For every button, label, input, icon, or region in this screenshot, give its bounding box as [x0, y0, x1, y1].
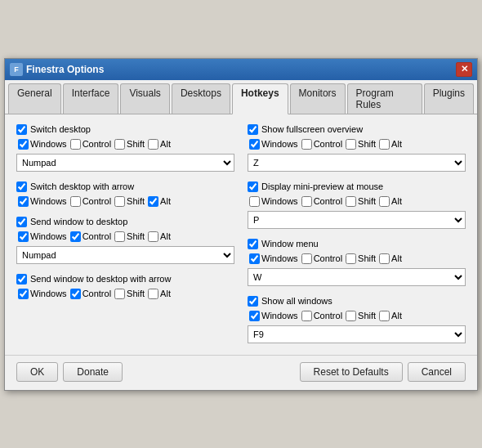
- show-all-shift[interactable]: [346, 311, 356, 321]
- group-title-show-all: Show all windows: [248, 296, 466, 307]
- left-column: Switch desktop Windows Control: [16, 124, 234, 343]
- switch-arrow-enabled[interactable]: [16, 181, 27, 192]
- cancel-button[interactable]: Cancel: [408, 362, 466, 382]
- send-arrow-windows[interactable]: [18, 289, 29, 299]
- send-arrow-alt[interactable]: [148, 289, 158, 299]
- tab-hotkeys[interactable]: Hotkeys: [232, 83, 288, 114]
- window-menu-windows[interactable]: [249, 253, 260, 264]
- fullscreen-enabled[interactable]: [248, 124, 258, 135]
- mini-preview-alt[interactable]: [379, 196, 390, 207]
- right-column: Show fullscreen overview Windows Control: [248, 124, 466, 343]
- window-menu-modifiers: Windows Control Shift Alt: [249, 253, 466, 264]
- send-arrow-control[interactable]: [70, 289, 81, 299]
- group-title-mini-preview: Display mini-preview at mouse: [248, 181, 466, 192]
- show-all-windows[interactable]: [249, 311, 260, 321]
- send-window-alt[interactable]: [148, 231, 158, 242]
- window-title: Finestra Options: [26, 64, 104, 75]
- mini-preview-shift[interactable]: [346, 196, 356, 207]
- tab-visuals[interactable]: Visuals: [120, 83, 169, 114]
- fullscreen-key[interactable]: Z: [248, 154, 466, 172]
- window-menu-alt[interactable]: [379, 253, 390, 264]
- group-show-fullscreen: Show fullscreen overview Windows Control: [248, 124, 466, 172]
- mini-preview-enabled[interactable]: [248, 181, 258, 192]
- fullscreen-alt[interactable]: [379, 139, 390, 150]
- ok-button[interactable]: OK: [16, 362, 58, 382]
- switch-desktop-modifiers: Windows Control Shift Alt: [18, 139, 234, 150]
- fullscreen-label: Show fullscreen overview: [261, 124, 363, 134]
- group-send-window: Send window to desktop Windows Control: [16, 217, 234, 264]
- tab-interface[interactable]: Interface: [63, 83, 119, 114]
- show-all-alt[interactable]: [379, 311, 390, 321]
- show-all-control[interactable]: [301, 311, 312, 321]
- send-arrow-label: Send window to desktop with arrow: [30, 274, 171, 284]
- titlebar: F Finestra Options ✕: [5, 59, 477, 80]
- tab-monitors[interactable]: Monitors: [290, 83, 346, 114]
- send-arrow-shift[interactable]: [114, 289, 125, 299]
- modifier-alt: Alt: [148, 139, 171, 150]
- modifier-windows: Windows: [18, 139, 67, 150]
- window-menu-enabled[interactable]: [248, 239, 258, 249]
- group-title-switch-desktop: Switch desktop: [16, 124, 234, 135]
- send-window-key[interactable]: Numpad: [16, 246, 234, 264]
- switch-arrow-alt[interactable]: [148, 196, 158, 207]
- tabs-bar: General Interface Visuals Desktops Hotke…: [5, 80, 477, 114]
- modifier-control: Control: [70, 139, 111, 150]
- tab-desktops[interactable]: Desktops: [172, 83, 230, 114]
- fullscreen-shift[interactable]: [346, 139, 356, 150]
- switch-arrow-shift[interactable]: [114, 196, 125, 207]
- group-title-send-arrow: Send window to desktop with arrow: [16, 274, 234, 284]
- switch-desktop-alt[interactable]: [148, 139, 158, 150]
- switch-desktop-label: Switch desktop: [30, 124, 91, 134]
- footer-right: Reset to Defaults Cancel: [300, 362, 466, 382]
- hotkeys-content: Switch desktop Windows Control: [5, 114, 477, 352]
- tab-program-rules[interactable]: Program Rules: [347, 83, 422, 114]
- switch-desktop-control[interactable]: [70, 139, 81, 150]
- donate-button[interactable]: Donate: [63, 362, 123, 382]
- fullscreen-modifiers: Windows Control Shift Alt: [249, 139, 466, 150]
- switch-arrow-label: Switch desktop with arrow: [30, 181, 134, 191]
- send-arrow-enabled[interactable]: [16, 274, 27, 284]
- send-window-shift[interactable]: [114, 231, 125, 242]
- mini-preview-control[interactable]: [301, 196, 312, 207]
- send-window-enabled[interactable]: [16, 217, 27, 227]
- window-menu-label: Window menu: [261, 239, 319, 249]
- app-icon: F: [10, 63, 23, 76]
- switch-desktop-windows[interactable]: [18, 139, 29, 150]
- modifier-shift: Shift: [114, 139, 145, 150]
- show-all-modifiers: Windows Control Shift Alt: [249, 311, 466, 321]
- mini-preview-label: Display mini-preview at mouse: [261, 181, 383, 191]
- mini-preview-modifiers: Windows Control Shift Alt: [249, 196, 466, 207]
- send-arrow-modifiers: Windows Control Shift Alt: [18, 289, 234, 299]
- switch-desktop-key[interactable]: Numpad: [16, 154, 234, 172]
- group-mini-preview: Display mini-preview at mouse Windows Co…: [248, 181, 466, 229]
- window-menu-control[interactable]: [301, 253, 312, 264]
- tab-general[interactable]: General: [8, 83, 61, 114]
- group-title-fullscreen: Show fullscreen overview: [248, 124, 466, 135]
- group-title-switch-arrow: Switch desktop with arrow: [16, 181, 234, 192]
- send-window-modifiers: Windows Control Shift Alt: [18, 231, 234, 242]
- window-menu-key[interactable]: W: [248, 268, 466, 286]
- group-title-window-menu: Window menu: [248, 239, 466, 249]
- close-button[interactable]: ✕: [456, 62, 472, 77]
- switch-arrow-modifiers: Windows Control Shift Alt: [18, 196, 234, 207]
- show-all-enabled[interactable]: [248, 296, 258, 307]
- tab-plugins[interactable]: Plugins: [424, 83, 474, 114]
- fullscreen-windows[interactable]: [249, 139, 260, 150]
- window-menu-shift[interactable]: [346, 253, 356, 264]
- send-window-control[interactable]: [70, 231, 81, 242]
- group-send-window-arrow: Send window to desktop with arrow Window…: [16, 274, 234, 299]
- mini-preview-windows[interactable]: [249, 196, 260, 207]
- switch-desktop-shift[interactable]: [114, 139, 125, 150]
- group-switch-desktop-arrow: Switch desktop with arrow Windows Contro…: [16, 181, 234, 207]
- show-all-key[interactable]: F9: [248, 325, 466, 343]
- send-window-windows[interactable]: [18, 231, 29, 242]
- switch-desktop-enabled[interactable]: [16, 124, 27, 135]
- switch-arrow-windows[interactable]: [18, 196, 29, 207]
- mini-preview-key[interactable]: P: [248, 211, 466, 229]
- footer-left: OK Donate: [16, 362, 123, 382]
- reset-button[interactable]: Reset to Defaults: [300, 362, 403, 382]
- fullscreen-control[interactable]: [301, 139, 312, 150]
- switch-arrow-control[interactable]: [70, 196, 81, 207]
- main-window: F Finestra Options ✕ General Interface V…: [4, 58, 478, 391]
- titlebar-left: F Finestra Options: [10, 63, 104, 76]
